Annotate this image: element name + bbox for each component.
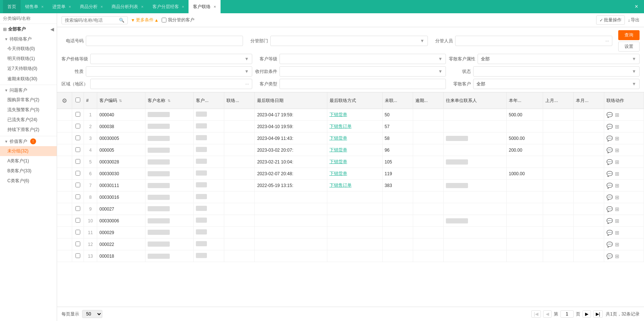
row-checkbox[interactable]	[75, 124, 80, 128]
sidebar-item-ungroup[interactable]: 未分组(32)	[0, 146, 57, 156]
problem-customers-group[interactable]: ▼ 问题客户	[0, 86, 57, 95]
sidebar-item-class-b[interactable]: B类客户(33)	[0, 166, 57, 176]
row-checkbox-cell[interactable]	[72, 239, 84, 250]
chat-icon[interactable]: 💬	[606, 230, 613, 236]
row-checkbox[interactable]	[75, 194, 80, 199]
pending-contact-group[interactable]: ▼ 待联络客户	[0, 35, 57, 44]
chat-icon[interactable]: 💬	[606, 194, 613, 200]
chat-icon[interactable]: 💬	[606, 135, 613, 141]
manager-input[interactable]: ···	[455, 36, 612, 46]
sidebar-item-today[interactable]: 今天待联络(0)	[0, 44, 57, 54]
row-checkbox-cell[interactable]	[72, 227, 84, 239]
row-checkbox-cell[interactable]	[72, 191, 84, 203]
first-page-button[interactable]: |◀	[531, 310, 541, 318]
last-method-link[interactable]: 下销货单	[330, 159, 347, 164]
dept-select[interactable]: ▼	[270, 36, 427, 46]
tab-sales-close[interactable]: ×	[41, 0, 43, 13]
my-customers-checkbox[interactable]	[162, 18, 166, 22]
chat-icon[interactable]: 💬	[606, 253, 613, 259]
next-page-button[interactable]: ▶	[583, 310, 591, 318]
tab-analysis-list[interactable]: 商品分析列表 ×	[107, 0, 148, 13]
sidebar-item-churn-warning[interactable]: 流失预警客户(3)	[0, 105, 57, 115]
grid-action-icon[interactable]: ⊞	[615, 171, 619, 177]
chat-icon[interactable]: 💬	[606, 206, 613, 212]
nature-select[interactable]: ▼	[86, 66, 252, 77]
name-sort-icon[interactable]: ⇅	[168, 99, 170, 103]
tab-customer-contact[interactable]: 客户联络 ×	[189, 0, 220, 13]
row-checkbox-cell[interactable]	[72, 250, 84, 262]
row-checkbox[interactable]	[75, 206, 80, 211]
grid-action-icon[interactable]: ⊞	[615, 159, 619, 165]
customer-type-input[interactable]	[279, 79, 446, 89]
chat-icon[interactable]: 💬	[606, 241, 613, 247]
row-checkbox-cell[interactable]	[72, 215, 84, 227]
row-checkbox-cell[interactable]	[72, 144, 84, 156]
chat-icon[interactable]: 💬	[606, 171, 613, 177]
all-customers-header[interactable]: ⊞ 全部客户 ◀	[0, 24, 57, 35]
customer-level-select[interactable]: ▼	[279, 54, 446, 64]
grid-action-icon[interactable]: ⊞	[615, 135, 619, 141]
query-button[interactable]: 查询	[618, 30, 640, 40]
settings-icon[interactable]: ⚙	[59, 95, 70, 106]
phone-input[interactable]	[86, 36, 243, 46]
sidebar-item-abnormal[interactable]: 囤购异常客户(2)	[0, 95, 57, 105]
sidebar-item-tomorrow[interactable]: 明天待联络(1)	[0, 54, 57, 64]
grid-action-icon[interactable]: ⊞	[615, 230, 619, 236]
chat-icon[interactable]: 💬	[606, 124, 613, 130]
select-all-checkbox[interactable]	[75, 98, 80, 102]
row-checkbox[interactable]	[75, 147, 80, 152]
grid-action-icon[interactable]: ⊞	[615, 183, 619, 188]
tab-purchase[interactable]: 进货单 ×	[48, 0, 75, 13]
tab-customer-segment[interactable]: 客户分层经客 ×	[148, 0, 189, 13]
main-search-input[interactable]	[65, 18, 117, 23]
reset-button[interactable]: 设置	[618, 42, 640, 52]
sidebar-item-overdue[interactable]: 逾期未联络(30)	[0, 74, 57, 84]
chat-icon[interactable]: 💬	[606, 218, 613, 224]
batch-op-button[interactable]: ✓ 批量操作	[596, 15, 625, 25]
row-checkbox-cell[interactable]	[72, 203, 84, 215]
grid-action-icon[interactable]: ⊞	[615, 253, 619, 259]
price-level-select[interactable]: ▼	[90, 54, 252, 64]
row-checkbox[interactable]	[75, 171, 80, 176]
region-input[interactable]: ···	[90, 79, 252, 89]
chat-icon[interactable]: 💬	[606, 159, 613, 165]
sidebar-item-declining[interactable]: 持续下滑客户(2)	[0, 125, 57, 135]
grid-action-icon[interactable]: ⊞	[615, 124, 619, 130]
grid-action-icon[interactable]: ⊞	[615, 206, 619, 212]
tab-home[interactable]: 首页	[3, 0, 21, 13]
row-checkbox[interactable]	[75, 135, 80, 140]
status-select[interactable]: ▼	[473, 66, 640, 77]
row-checkbox-cell[interactable]	[72, 168, 84, 180]
tab-customer-segment-close[interactable]: ×	[182, 0, 184, 13]
sidebar-search-input[interactable]	[3, 16, 57, 21]
tab-customer-contact-close[interactable]: ×	[214, 0, 216, 13]
last-method-link[interactable]: 下销货单	[330, 147, 347, 152]
value-customers-group[interactable]: ▼ 价值客户 !	[0, 137, 57, 146]
tab-analysis-list-close[interactable]: ×	[141, 0, 143, 13]
grid-action-icon[interactable]: ⊞	[615, 147, 619, 153]
last-method-link[interactable]: 下销货单	[330, 112, 347, 117]
page-number-input[interactable]	[560, 310, 574, 318]
row-checkbox-cell[interactable]	[72, 180, 84, 191]
tab-sales[interactable]: 销售单 ×	[21, 0, 48, 13]
last-method-link[interactable]: 下销售订单	[330, 124, 352, 129]
sidebar-item-class-a[interactable]: A类客户(1)	[0, 156, 57, 166]
sidebar-item-churned[interactable]: 已流失客户(24)	[0, 115, 57, 125]
retail-customer-select[interactable]: 全部 ▼	[473, 79, 640, 89]
export-button[interactable]: ↓ 导出	[628, 17, 640, 23]
main-search-icon[interactable]: 🔍	[119, 18, 124, 23]
row-checkbox[interactable]	[75, 112, 80, 117]
tab-analysis[interactable]: 商品分析 ×	[75, 0, 107, 13]
last-method-link[interactable]: 下销售订单	[330, 183, 352, 188]
my-customers-checkbox-label[interactable]: 我分管的客户	[162, 17, 194, 23]
grid-action-icon[interactable]: ⊞	[615, 112, 619, 118]
grid-action-icon[interactable]: ⊞	[615, 218, 619, 224]
row-checkbox[interactable]	[75, 183, 80, 187]
tab-purchase-close[interactable]: ×	[68, 0, 71, 13]
row-checkbox[interactable]	[75, 241, 80, 246]
row-checkbox[interactable]	[75, 230, 80, 234]
row-checkbox-cell[interactable]	[72, 109, 84, 121]
sidebar-item-class-c[interactable]: C类客户(6)	[0, 176, 57, 186]
retail-attr-select[interactable]: 全部 ▼	[478, 54, 640, 64]
last-method-link[interactable]: 下销货单	[330, 135, 347, 141]
